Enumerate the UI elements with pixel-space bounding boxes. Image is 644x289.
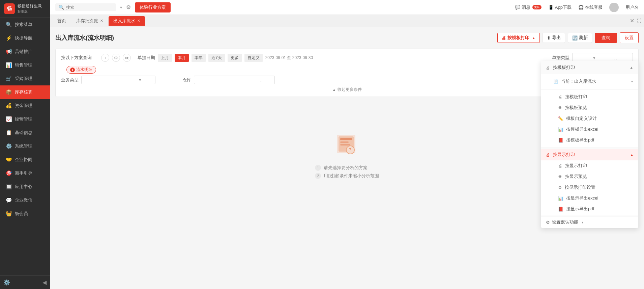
sidebar-item-label: 库存核算 [15,89,32,95]
filter-gear-button[interactable]: ⚙ [112,54,120,62]
sidebar-item-operations[interactable]: 📈 经营管理 [0,112,50,126]
dropdown-template-section: 🖨 按模板打印 👁 按模板预览 ✏️ 模板自定义设计 📊 按模板导出excel … [541,90,638,147]
filter-warehouse-select[interactable]: … [194,76,275,84]
tab-inventory-flow-label: 出入库流水 [113,18,135,24]
dropdown-display-print-settings[interactable]: ⚙ 按显示打印设置 [541,182,638,193]
query-button[interactable]: 查询 [595,33,617,43]
app-download-button[interactable]: 📱 App下载 [548,4,572,10]
dropdown-template-print[interactable]: 🖨 按模板打印 [541,91,638,102]
tab-home[interactable]: 首页 [53,16,71,26]
template-print-button[interactable]: 🖨 按模板打印 ▲ [497,33,540,43]
sidebar: 畅 畅捷通好生意 标准版 🔍 搜索菜单 ⚡ 快捷导航 📢 营销推广 📊 销售管理… [0,0,50,289]
filter-tag[interactable]: ● 流水明细 [66,66,96,74]
filter-date-this-month[interactable]: 本月 [175,54,189,62]
user-avatar[interactable] [609,3,619,12]
system-icon: ⚙️ [5,143,12,150]
filter-date-7days[interactable]: 近7天 [208,54,225,62]
filter-date-last-month[interactable]: 上月 [158,54,172,62]
dropdown-display-pdf[interactable]: 📕 按显示导出pdf [541,204,638,214]
guide-icon: 🎯 [5,170,12,177]
ellipsis-icon[interactable]: … [612,55,629,61]
settings-button[interactable]: 设置 [620,32,639,43]
sidebar-item-sales[interactable]: 📊 销售管理 [0,58,50,72]
dropdown-template-custom[interactable]: ✏️ 模板自定义设计 [541,113,638,124]
industry-solution-button[interactable]: 体验行业方案 [135,2,171,12]
tab-inventory-batch-label: 库存批次账 [76,18,98,24]
dropdown-footer-settings[interactable]: ⚙ 设置默认功能 ▾ [546,219,583,225]
filter-tag-icon: ● [70,68,75,72]
window-maximize-button[interactable]: ⛶ [637,18,641,23]
sidebar-collapse-icon[interactable]: ◀ [42,279,47,286]
refresh-button[interactable]: 🔄 刷新 [568,33,592,43]
dropdown-template-pdf[interactable]: 📕 按模板导出pdf [541,135,638,146]
sidebar-item-member[interactable]: 👑 畅会员 [0,207,50,220]
export-label: 导出 [552,35,561,41]
filter-business-type-select[interactable]: ▾ [81,76,155,84]
app-download-label: App下载 [555,4,572,10]
sidebar-item-purchase[interactable]: 🛒 采购管理 [0,72,50,85]
sidebar-item-enterprise[interactable]: 🤝 企业协同 [0,153,50,166]
svg-rect-2 [340,138,352,140]
logo-icon: 畅 [4,3,15,14]
operations-icon: 📈 [5,116,12,123]
search-input[interactable] [66,5,100,10]
message-button[interactable]: 💬 消息 99+ [515,4,541,10]
sidebar-item-appcenter[interactable]: 🔲 应用中心 [0,180,50,193]
empty-steps-list: 1 请先选择要分析的方案 2 用[过滤]条件来缩小分析范围 [315,165,379,181]
filter-date-range: 2023-06-01 至 2023-06-30 [265,55,313,61]
dropdown-display-excel[interactable]: 📊 按显示导出excel [541,193,638,204]
filter-add-button[interactable]: + [101,54,109,62]
filter-collapse-button[interactable]: ≪ [123,54,131,62]
dropdown-display-print[interactable]: 🖨 按显示打印 [541,160,638,171]
sidebar-item-label: 畅会员 [15,211,28,217]
ellipsis-icon-2[interactable]: … [258,77,271,82]
window-minimize-button[interactable]: ✕ [630,18,634,24]
sidebar-item-guide[interactable]: 🎯 新手引导 [0,166,50,180]
dropdown-template-excel[interactable]: 📊 按模板导出excel [541,124,638,135]
sidebar-item-label: 基础信息 [15,130,32,136]
dropdown-template-preview[interactable]: 👁 按模板预览 [541,102,638,113]
chevron-up-icon-3[interactable]: ▲ [629,65,634,70]
sidebar-item-search[interactable]: 🔍 搜索菜单 [0,18,50,31]
filter-business-type-label: 业务类型 [61,77,79,83]
dropdown-current-item[interactable]: 📄 当前：出入库流水 ▾ [541,76,638,87]
printer-icon-2: 🖨 [546,65,550,70]
online-service-label: 在线客服 [585,4,603,10]
sidebar-item-basic[interactable]: 📋 基础信息 [0,126,50,139]
filter-date-this-year[interactable]: 本年 [192,54,206,62]
filter-date-more[interactable]: 更多 [228,54,242,62]
sidebar-item-marketing[interactable]: 📢 营销推广 [0,45,50,58]
topbar-dropdown-arrow[interactable]: ▾ [120,5,122,10]
sidebar-item-quick-nav[interactable]: ⚡ 快捷导航 [0,31,50,45]
tab-inventory-batch[interactable]: 库存批次账 ✕ [71,16,108,26]
member-icon: 👑 [5,210,12,217]
dropdown-display-header-label: 按显示打印 [553,152,575,158]
refresh-icon: 🔄 [572,35,578,41]
sidebar-item-label: 企业协同 [15,157,32,163]
online-service-button[interactable]: 🎧 在线客服 [578,4,603,10]
app-logo: 畅 畅捷通好生意 标准版 [0,0,50,18]
tab-home-label: 首页 [57,18,66,24]
sidebar-item-label: 快捷导航 [15,35,32,41]
sidebar-item-system[interactable]: ⚙️ 系统管理 [0,139,50,153]
filter-collapse-label: 收起更多条件 [338,87,362,93]
dropdown-panel-header: 🖨 按模板打印 ▲ [541,61,638,74]
sidebar-item-wechat[interactable]: 💬 企业微信 [0,193,50,207]
tab-inventory-batch-close[interactable]: ✕ [100,19,103,23]
sidebar-settings-icon[interactable]: ⚙️ [3,279,10,286]
dropdown-display-header[interactable]: 🖨 按显示打印 ▲ [541,149,638,160]
filter-collapse-more-button[interactable]: ▲ 收起更多条件 [332,87,362,93]
page-title-actions: 🖨 按模板打印 ▲ ⬆ 导出 🔄 刷新 查询 设置 [497,32,639,43]
topbar-search-box[interactable]: 🔍 [55,3,116,11]
sidebar-item-inventory[interactable]: 📦 库存核算 [0,85,50,99]
tab-inventory-flow-close[interactable]: ✕ [137,19,140,23]
quick-nav-icon: ⚡ [5,35,12,42]
tab-inventory-flow[interactable]: 出入库流水 ✕ [109,16,145,26]
purchase-icon: 🛒 [5,75,12,82]
export-button[interactable]: ⬆ 导出 [543,33,565,43]
step-num-1: 1 [315,165,321,171]
dropdown-display-preview[interactable]: 👁 按显示预览 [541,171,638,182]
topbar-gear-icon[interactable]: ⚙ [126,4,131,10]
filter-date-custom[interactable]: 自定义 [244,54,263,62]
sidebar-item-finance[interactable]: 💰 资金管理 [0,99,50,112]
